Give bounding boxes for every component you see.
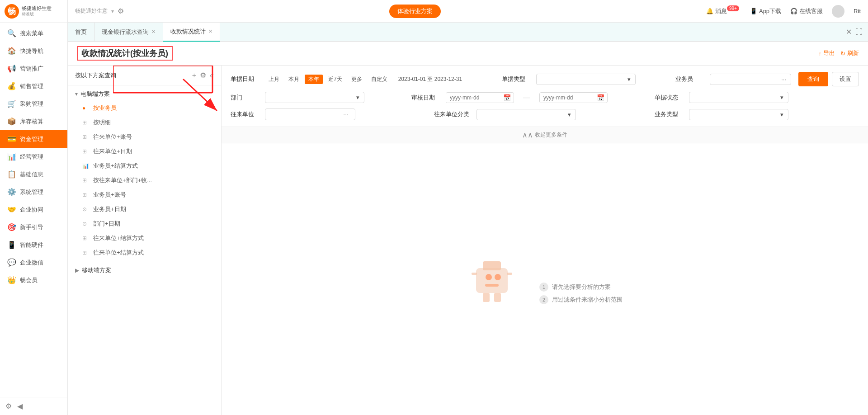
sidebar-item-quicknav[interactable]: 🏠 快捷导航	[0, 42, 67, 60]
calendar-from-icon[interactable]: 📅	[500, 94, 514, 101]
sidebar-item-label-search: 搜索菜单	[20, 29, 43, 38]
collapse-panel-icon[interactable]: «	[210, 71, 214, 80]
sidebar-item-basicinfo[interactable]: 📋 基础信息	[0, 165, 67, 183]
collapse-sidebar-icon[interactable]: ◀	[17, 402, 23, 410]
dept-select[interactable]: ▾	[265, 92, 364, 103]
settings-button[interactable]: 设置	[832, 72, 859, 86]
schema-item-by-detail[interactable]: ⊞ 按明细	[68, 115, 221, 130]
top-header: 畅捷通好生意 ▾ ⚙ 体验行业方案 🔔 消息 99+ 📱 App下载 🎧 在线客…	[68, 0, 868, 23]
trial-button[interactable]: 体验行业方案	[389, 5, 441, 18]
tab-bar-close-icon[interactable]: ✕	[846, 28, 852, 36]
svg-rect-0	[476, 268, 508, 293]
schema-item-unit-date[interactable]: ⊞ 往来单位+日期	[68, 144, 221, 159]
schema-item-unit-settle2-label: 往来单位+结算方式	[93, 249, 144, 257]
sidebar-item-system[interactable]: ⚙️ 系统管理	[0, 183, 67, 201]
unit-class-select[interactable]: ▾	[476, 109, 576, 120]
header-gear-icon[interactable]: ⚙	[118, 7, 124, 15]
sidebar-item-finance[interactable]: 💳 资金管理	[0, 130, 67, 148]
doc-type-select[interactable]: ▾	[536, 74, 636, 85]
settings-footer-icon[interactable]: ⚙	[5, 402, 12, 410]
sidebar-item-hardware[interactable]: 📱 智能硬件	[0, 236, 67, 254]
date-btn-this-year[interactable]: 本年	[305, 75, 323, 84]
date-btn-last-month[interactable]: 上月	[265, 75, 283, 84]
sidebar-item-newguide[interactable]: 🎯 新手引导	[0, 218, 67, 236]
review-date-to-input[interactable]	[540, 93, 594, 103]
schema-item-unit-settle1[interactable]: ⊞ 往来单位+结算方式	[68, 231, 221, 245]
schema-item-by-staff[interactable]: ● 按业务员	[68, 101, 221, 115]
staff-settle-icon: 📊	[82, 163, 90, 169]
doc-status-label: 单据状态	[655, 94, 682, 102]
svg-point-2	[486, 274, 492, 280]
filter-area: 单据日期 上月 本月 本年 近7天 更多 自定义 2023-01-01 至 20…	[222, 66, 868, 127]
biz-type-select[interactable]: ▾	[689, 109, 788, 120]
export-button[interactable]: ↑ 导出	[819, 49, 835, 57]
schema-settings-icon[interactable]: ⚙	[200, 71, 206, 80]
newguide-icon: 🎯	[7, 223, 16, 231]
right-panel: 单据日期 上月 本月 本年 近7天 更多 自定义 2023-01-01 至 20…	[222, 66, 868, 415]
schema-item-unit-dept[interactable]: ⊞ 按往来单位+部门+收...	[68, 173, 221, 188]
sidebar-footer: ⚙ ◀	[0, 397, 67, 415]
query-button[interactable]: 查询	[798, 72, 828, 86]
step-2-text: 用过滤条件来缩小分析范围	[552, 296, 623, 304]
date-option-group: 上月 本月 本年 近7天 更多 自定义	[265, 75, 391, 84]
sidebar-item-wechat[interactable]: 💬 企业微信	[0, 254, 67, 271]
doc-status-select[interactable]: ▾	[689, 92, 788, 103]
schema-item-staff-settle[interactable]: 📊 业务员+结算方式	[68, 159, 221, 173]
tab-receipt[interactable]: 收款情况统计 ✕	[163, 23, 220, 42]
header-dropdown-icon[interactable]: ▾	[111, 8, 114, 14]
left-panel-icons: + ⚙ «	[192, 71, 214, 80]
date-btn-this-month[interactable]: 本月	[285, 75, 303, 84]
schema-item-staff-account[interactable]: ⊞ 业务员+账号	[68, 188, 221, 202]
desktop-schema-group: ▾ 电脑端方案 ● 按业务员 ⊞ 按明细 ⊞ 往来单位+账号	[68, 85, 221, 262]
schema-item-unit-settle2[interactable]: ⊞ 往来单位+结算方式	[68, 245, 221, 260]
date-range-text: 2023-01-01 至 2023-12-31	[398, 75, 462, 83]
collapse-row[interactable]: ∧∧ 收起更多条件	[222, 127, 868, 143]
message-item[interactable]: 🔔 消息 99+	[706, 7, 741, 15]
online-service-item[interactable]: 🎧 在线客服	[790, 7, 823, 15]
header-breadcrumb: 畅捷通好生意	[75, 7, 108, 15]
review-date-from-input[interactable]	[446, 93, 500, 103]
dept-date-icon: ⊙	[82, 221, 90, 227]
app-logo: 畅 畅捷通好生意 标准版	[0, 0, 67, 23]
tab-home[interactable]: 首页	[68, 23, 94, 42]
tab-bank[interactable]: 现金银行流水查询 ✕	[94, 23, 163, 42]
unit-settle2-icon: ⊞	[82, 250, 90, 256]
sidebar-item-inventory[interactable]: 📦 库存核算	[0, 113, 67, 130]
sidebar-item-member[interactable]: 👑 畅会员	[0, 271, 67, 289]
mobile-group-header[interactable]: ▶ 移动端方案	[68, 264, 221, 277]
schema-item-dept-date[interactable]: ⊙ 部门+日期	[68, 217, 221, 231]
add-schema-icon[interactable]: +	[192, 71, 196, 80]
operations-icon: 📊	[7, 152, 16, 161]
schema-item-unit-account[interactable]: ⊞ 往来单位+账号	[68, 130, 221, 144]
refresh-button[interactable]: ↻ 刷新	[840, 49, 859, 57]
sidebar-item-purchase[interactable]: 🛒 采购管理	[0, 95, 67, 113]
tab-bank-close-icon[interactable]: ✕	[151, 29, 156, 35]
user-avatar[interactable]	[832, 5, 844, 18]
content-area: 按以下方案查询 + ⚙ « ▾ 电脑端方案 ●	[68, 66, 868, 415]
sidebar-item-corp[interactable]: 🤝 企业协同	[0, 201, 67, 218]
unit-input[interactable]: ···	[265, 108, 355, 120]
date-btn-more[interactable]: 更多	[348, 75, 366, 84]
date-btn-7days[interactable]: 近7天	[325, 75, 346, 84]
sidebar-item-sales[interactable]: 💰 销售管理	[0, 77, 67, 95]
staff-select[interactable]: ···	[710, 74, 791, 85]
sidebar-item-search[interactable]: 🔍 搜索菜单	[0, 24, 67, 42]
app-download-item[interactable]: 📱 App下载	[750, 7, 781, 15]
tab-receipt-close-icon[interactable]: ✕	[208, 28, 212, 34]
sidebar-item-marketing[interactable]: 📢 营销推广	[0, 60, 67, 77]
message-label: 消息	[715, 7, 727, 15]
date-btn-custom[interactable]: 自定义	[368, 75, 391, 84]
tab-home-label: 首页	[75, 28, 87, 36]
tab-bank-label: 现金银行流水查询	[102, 28, 149, 36]
calendar-to-icon[interactable]: 📅	[594, 94, 607, 101]
hardware-icon: 📱	[7, 241, 16, 249]
placeholder-step-2: 2 用过滤条件来缩小分析范围	[539, 295, 623, 304]
desktop-group-header[interactable]: ▾ 电脑端方案	[68, 87, 221, 101]
biz-type-label: 业务类型	[655, 110, 682, 118]
sidebar-item-operations[interactable]: 📊 经营管理	[0, 148, 67, 165]
staff-date-icon: ⊙	[82, 206, 90, 212]
logo-text: 畅捷通好生意	[22, 5, 52, 11]
schema-item-staff-date[interactable]: ⊙ 业务员+日期	[68, 202, 221, 217]
unit-more-icon[interactable]: ···	[341, 111, 350, 118]
tab-bar-expand-icon[interactable]: ⛶	[855, 28, 863, 36]
